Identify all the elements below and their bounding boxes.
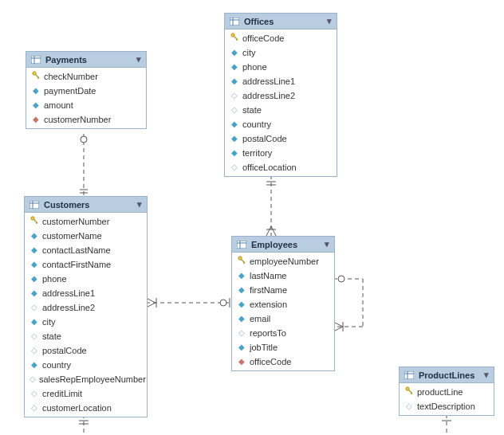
field-row: ◇state: [25, 329, 147, 343]
field-row: ◆firstName: [232, 283, 334, 297]
field-name: phone: [242, 61, 267, 73]
field-name: country: [242, 118, 271, 131]
column-icon: ◆: [237, 269, 246, 282]
table-icon: [30, 201, 39, 209]
field-row: ◆city: [25, 315, 147, 329]
field-name: city: [42, 315, 56, 328]
field-name: lastName: [250, 269, 286, 282]
column-icon: ◆: [30, 258, 39, 271]
field-row: ◆territory: [225, 146, 337, 160]
field-row: ◆amount: [26, 98, 146, 112]
fk-icon: ◆: [237, 355, 246, 368]
productlines-fields: productLine◇textDescription: [400, 383, 494, 415]
field-row: officeCode: [225, 31, 337, 45]
field-row: ◇customerLocation: [25, 401, 147, 415]
chevron-down-icon: ▾: [484, 370, 489, 380]
fk-icon: ◆: [31, 113, 41, 126]
column-icon: ◇: [30, 330, 39, 343]
field-row: ◇state: [225, 103, 337, 117]
key-icon: [230, 32, 239, 45]
key-icon: [31, 70, 41, 83]
field-row: ◆city: [225, 45, 337, 60]
svg-line-7: [266, 226, 271, 236]
field-row: ◆phone: [225, 60, 337, 74]
entity-title: Customers: [44, 200, 89, 210]
field-row: employeeNumber: [232, 254, 334, 268]
column-icon: ◆: [30, 244, 39, 257]
field-row: ◇textDescription: [400, 399, 494, 413]
entity-employees[interactable]: Employees ▾ employeeNumber◆lastName◆firs…: [231, 236, 335, 371]
svg-point-19: [338, 276, 345, 282]
entity-payments[interactable]: Payments ▾ checkNumber◆paymentDate◆amoun…: [26, 51, 147, 129]
entity-offices[interactable]: Offices ▾ officeCode◆city◆phone◆addressL…: [224, 13, 337, 177]
payments-fields: checkNumber◆paymentDate◆amount◆customerN…: [26, 68, 146, 128]
rel-customers-employees: [146, 298, 231, 308]
field-name: firstName: [250, 284, 287, 296]
column-icon: ◇: [30, 373, 36, 386]
column-icon: ◇: [230, 104, 239, 116]
column-icon: ◆: [230, 75, 239, 88]
table-icon: [31, 56, 41, 64]
field-row: ◇postalCode: [25, 343, 147, 358]
field-name: state: [42, 330, 61, 343]
svg-rect-46: [237, 241, 246, 249]
customers-fields: customerNumber◆customerName◆contactLastN…: [25, 213, 147, 417]
field-row: ◇addressLine2: [25, 300, 147, 315]
chevron-down-icon: ▾: [137, 199, 142, 210]
field-name: email: [250, 312, 270, 325]
entity-header[interactable]: Offices ▾: [225, 14, 337, 29]
svg-rect-52: [404, 371, 414, 379]
column-icon: ◆: [230, 147, 239, 159]
field-name: postalCode: [242, 132, 287, 145]
field-row: ◆phone: [25, 272, 147, 286]
chevron-down-icon: ▾: [136, 54, 141, 65]
column-icon: ◆: [237, 284, 246, 296]
field-name: salesRepEmployeeNumber: [39, 373, 146, 386]
field-row: ◇reportsTo: [232, 326, 334, 340]
field-name: country: [42, 359, 71, 371]
column-icon: ◆: [230, 118, 239, 131]
field-row: productLine: [400, 385, 494, 399]
field-name: contactFirstName: [42, 258, 111, 271]
entity-title: Employees: [251, 240, 297, 249]
field-row: ◆lastName: [232, 268, 334, 283]
field-row: ◆addressLine1: [25, 286, 147, 300]
field-name: addressLine1: [42, 287, 95, 300]
chevron-down-icon: ▾: [325, 239, 329, 249]
field-name: state: [242, 104, 262, 116]
entity-header[interactable]: Payments ▾: [26, 52, 146, 68]
column-icon: ◇: [30, 402, 39, 414]
column-icon: ◆: [30, 315, 39, 328]
field-name: postalCode: [42, 344, 87, 357]
column-icon: ◇: [30, 344, 39, 357]
chevron-down-icon: ▾: [327, 16, 332, 26]
svg-line-8: [271, 226, 276, 236]
column-icon: ◆: [30, 359, 39, 371]
svg-rect-40: [30, 201, 39, 209]
field-name: addressLine1: [242, 75, 295, 88]
field-name: phone: [42, 272, 67, 285]
field-name: jobTitle: [250, 341, 278, 354]
field-name: checkNumber: [44, 70, 98, 83]
field-row: ◆country: [225, 117, 337, 131]
entity-customers[interactable]: Customers ▾ customerNumber◆customerName◆…: [24, 196, 148, 417]
field-name: amount: [44, 99, 73, 112]
column-icon: ◆: [230, 46, 239, 59]
svg-rect-28: [31, 56, 41, 64]
column-icon: ◆: [30, 229, 39, 242]
entity-title: Offices: [244, 17, 274, 26]
entity-productlines[interactable]: ProductLines ▾ productLine◇textDescripti…: [399, 366, 494, 416]
field-name: textDescription: [417, 400, 475, 413]
field-row: ◆addressLine1: [225, 74, 337, 88]
field-name: city: [242, 46, 256, 59]
offices-fields: officeCode◆city◆phone◆addressLine1◇addre…: [225, 29, 337, 176]
column-icon: ◇: [404, 400, 414, 413]
table-icon: [237, 241, 246, 249]
entity-header[interactable]: Employees ▾: [232, 237, 334, 253]
field-row: customerNumber: [25, 214, 147, 229]
rel-employees-self: [333, 276, 363, 331]
field-name: creditLimit: [42, 387, 82, 400]
entity-header[interactable]: ProductLines ▾: [400, 367, 494, 383]
entity-header[interactable]: Customers ▾: [25, 197, 147, 213]
field-name: employeeNumber: [250, 255, 319, 268]
